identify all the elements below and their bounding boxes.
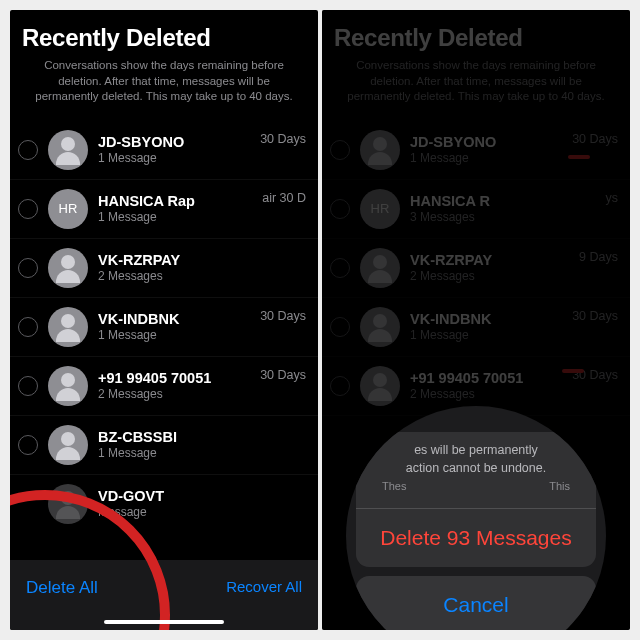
days-remaining: 30 Days	[572, 309, 618, 323]
delete-messages-button[interactable]: Delete 93 Messages	[356, 509, 596, 567]
contact-name: VK-INDBNK	[410, 311, 566, 327]
message-count: 1 Message	[98, 151, 254, 165]
recover-all-button[interactable]: Recover All	[226, 578, 302, 595]
list-item: VK-RZRPAY 2 Messages 9 Days	[322, 239, 630, 298]
select-radio	[330, 317, 350, 337]
avatar	[360, 307, 400, 347]
page-title: Recently Deleted	[22, 24, 306, 52]
list-item[interactable]: JD-SBYONO 1 Message 30 Days	[10, 121, 318, 180]
header: Recently Deleted Conversations show the …	[10, 10, 318, 111]
contact-name: HANSICA Rap	[98, 193, 256, 209]
days-remaining: air 30 D	[262, 191, 306, 205]
hint-left: Thes	[382, 479, 406, 494]
annotation-strip	[562, 369, 584, 373]
conversation-list: JD-SBYONO 1 Message 30 Days HR HANSICA R…	[322, 121, 630, 416]
avatar	[360, 248, 400, 288]
action-sheet: es will be permanently action cannot be …	[356, 432, 596, 567]
list-item[interactable]: VK-RZRPAY 2 Messages	[10, 239, 318, 298]
left-screenshot: Recently Deleted Conversations show the …	[10, 10, 318, 630]
days-remaining: 30 Days	[572, 132, 618, 146]
select-radio[interactable]	[18, 258, 38, 278]
page-subtitle: Conversations show the days remaining be…	[334, 58, 618, 105]
delete-all-button[interactable]: Delete All	[26, 578, 98, 598]
message-count: 2 Messages	[410, 387, 566, 401]
message-count: Message	[98, 505, 306, 519]
avatar	[48, 425, 88, 465]
select-radio	[330, 376, 350, 396]
annotation-strip	[568, 155, 590, 159]
days-remaining: 30 Days	[260, 132, 306, 146]
message-count: 1 Message	[410, 328, 566, 342]
avatar	[48, 248, 88, 288]
avatar	[48, 484, 88, 524]
avatar	[360, 366, 400, 406]
list-item: JD-SBYONO 1 Message 30 Days	[322, 121, 630, 180]
select-radio[interactable]	[18, 199, 38, 219]
list-item[interactable]: HR HANSICA Rap 1 Message air 30 D	[10, 180, 318, 239]
list-item: VK-INDBNK 1 Message 30 Days	[322, 298, 630, 357]
home-indicator	[104, 620, 224, 624]
list-item[interactable]: BZ-CBSSBI 1 Message	[10, 416, 318, 475]
select-radio[interactable]	[18, 140, 38, 160]
page-title: Recently Deleted	[334, 24, 618, 52]
contact-name: +91 99405 70051	[98, 370, 254, 386]
contact-name: VK-RZRPAY	[98, 252, 300, 268]
select-radio	[330, 199, 350, 219]
contact-name: BZ-CBSSBI	[98, 429, 300, 445]
message-count: 2 Messages	[98, 387, 254, 401]
message-count: 1 Message	[410, 151, 566, 165]
avatar	[360, 130, 400, 170]
contact-name: HANSICA R	[410, 193, 600, 209]
list-item[interactable]: VD-GOVT Message	[10, 475, 318, 533]
right-screenshot: Recently Deleted Conversations show the …	[322, 10, 630, 630]
avatar: HR	[48, 189, 88, 229]
select-radio[interactable]	[18, 317, 38, 337]
days-remaining: 9 Days	[579, 250, 618, 264]
message-count: 1 Message	[98, 210, 256, 224]
message-count: 2 Messages	[410, 269, 573, 283]
days-remaining: 30 Days	[260, 368, 306, 382]
avatar: HR	[360, 189, 400, 229]
select-radio	[330, 140, 350, 160]
header: Recently Deleted Conversations show the …	[322, 10, 630, 111]
days-remaining: ys	[606, 191, 619, 205]
days-remaining: 30 Days	[260, 309, 306, 323]
list-item[interactable]: +91 99405 70051 2 Messages 30 Days	[10, 357, 318, 416]
contact-name: VK-INDBNK	[98, 311, 254, 327]
list-item: HR HANSICA R 3 Messages ys	[322, 180, 630, 239]
message-count: 1 Message	[98, 328, 254, 342]
contact-name: JD-SBYONO	[98, 134, 254, 150]
contact-name: +91 99405 70051	[410, 370, 566, 386]
list-item[interactable]: VK-INDBNK 1 Message 30 Days	[10, 298, 318, 357]
select-radio	[330, 258, 350, 278]
avatar	[48, 130, 88, 170]
action-sheet-message: es will be permanently action cannot be …	[356, 432, 596, 509]
select-radio[interactable]	[18, 435, 38, 455]
contact-name: VK-RZRPAY	[410, 252, 573, 268]
contact-name: JD-SBYONO	[410, 134, 566, 150]
avatar	[48, 307, 88, 347]
hint-right: This	[549, 479, 570, 494]
message-count: 3 Messages	[410, 210, 600, 224]
cancel-button[interactable]: Cancel	[356, 576, 596, 630]
page-subtitle: Conversations show the days remaining be…	[22, 58, 306, 105]
magnifier-annotation: es will be permanently action cannot be …	[346, 406, 606, 630]
avatar	[48, 366, 88, 406]
message-count: 1 Message	[98, 446, 300, 460]
contact-name: VD-GOVT	[98, 488, 306, 504]
conversation-list: JD-SBYONO 1 Message 30 Days HR HANSICA R…	[10, 121, 318, 533]
message-count: 2 Messages	[98, 269, 300, 283]
select-radio[interactable]	[18, 376, 38, 396]
